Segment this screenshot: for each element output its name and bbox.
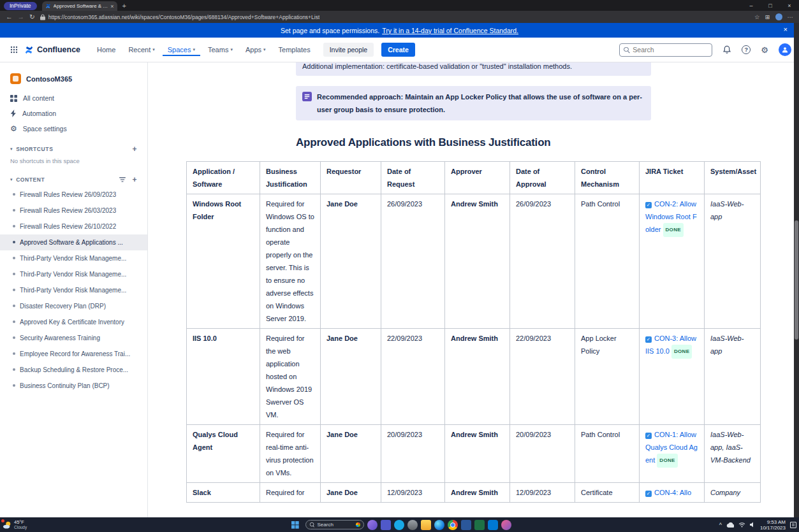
address-bar[interactable]: https://contosom365.atlassian.net/wiki/s…: [40, 14, 749, 20]
store-icon[interactable]: [488, 520, 498, 530]
jira-ticket-link[interactable]: ✓CON-4: Allo: [645, 489, 691, 496]
browser-menu-icon[interactable]: ⋯: [788, 14, 794, 20]
browser-tab[interactable]: Approved Software & Applicatio... ×: [42, 1, 117, 11]
user-avatar[interactable]: [779, 43, 791, 56]
page-item-label: Approved Key & Certificate Inventory: [20, 318, 124, 326]
sidebar-page-item[interactable]: Disaster Recovery Plan (DRP): [0, 298, 147, 314]
sidebar-page-item[interactable]: Approved Key & Certificate Inventory: [0, 314, 147, 330]
taskbar-search-box[interactable]: Search: [305, 520, 364, 529]
clock-time: 9:53 AM: [767, 519, 786, 525]
volume-icon[interactable]: [750, 522, 756, 528]
nav-templates[interactable]: Templates: [274, 43, 316, 56]
tray-expand-icon[interactable]: ^: [719, 522, 722, 528]
collections-icon[interactable]: ⊞: [765, 14, 770, 20]
refresh-button[interactable]: ↻: [29, 13, 35, 20]
add-shortcut-button[interactable]: +: [132, 145, 137, 153]
chrome-icon[interactable]: [448, 520, 458, 530]
cloud-icon[interactable]: [726, 522, 734, 528]
bullet-icon: [13, 193, 15, 196]
filter-icon[interactable]: [119, 177, 126, 182]
add-page-button[interactable]: +: [132, 176, 137, 183]
chevron-down-icon: ▾: [230, 47, 233, 52]
banner-close-icon[interactable]: ×: [784, 25, 788, 33]
sidebar-page-item[interactable]: Security Awareness Training: [0, 330, 147, 346]
window-minimize-button[interactable]: –: [742, 3, 761, 9]
tab-close-icon[interactable]: ×: [110, 3, 114, 10]
sidebar-page-item[interactable]: Third-Party Vendor Risk Manageme...: [0, 266, 147, 282]
page-item-label: Disaster Recovery Plan (DRP): [20, 302, 106, 310]
page-scrollbar[interactable]: [794, 23, 799, 517]
action-center-icon[interactable]: [790, 522, 796, 528]
word-icon[interactable]: [461, 520, 471, 530]
search-input[interactable]: [633, 46, 708, 54]
copilot-icon[interactable]: [367, 520, 378, 530]
sidebar-page-item[interactable]: Business Continuity Plan (BCP): [0, 378, 147, 394]
help-icon[interactable]: ?: [742, 45, 751, 54]
forward-button[interactable]: →: [18, 13, 25, 20]
taskbar-clock[interactable]: 9:53 AM 10/17/2023: [760, 519, 786, 531]
settings-gear-icon[interactable]: ⚙: [761, 46, 768, 54]
start-button[interactable]: [288, 521, 302, 529]
teams-icon[interactable]: [381, 520, 391, 530]
sidebar-page-item[interactable]: Backup Scheduling & Restore Proce...: [0, 362, 147, 378]
app-switcher-icon[interactable]: [10, 46, 18, 54]
info-panel-partial: Additional implementation: certificate-b…: [296, 62, 651, 76]
create-button[interactable]: Create: [381, 43, 415, 57]
sidebar-item-space-settings[interactable]: ⚙ Space settings: [0, 121, 147, 136]
nav-teams[interactable]: Teams▾: [203, 43, 238, 56]
page-item-label: Firewall Rules Review 26/10/2022: [20, 222, 116, 231]
sidebar-page-item[interactable]: Employee Record for Awareness Trai...: [0, 346, 147, 362]
sidebar-page-item[interactable]: Firewall Rules Review 26/09/2023: [0, 187, 147, 203]
weather-widget[interactable]: 45°F Cloudy: [3, 520, 27, 530]
weather-icon: [3, 521, 11, 529]
invite-people-button[interactable]: Invite people: [323, 43, 374, 57]
window-maximize-button[interactable]: □: [761, 3, 780, 9]
content-title: CONTENT: [16, 176, 45, 183]
shortcuts-section-header[interactable]: ▾ SHORTCUTS +: [0, 136, 147, 156]
bullet-icon: [13, 289, 15, 291]
sidebar-page-item[interactable]: Approved Software & Applications ...: [0, 234, 147, 250]
jira-ticket-link[interactable]: ✓CON-3: Allow IIS 10.0 DONE: [645, 334, 696, 355]
notifications-bell-icon[interactable]: [722, 45, 731, 54]
search-box[interactable]: [619, 43, 712, 57]
sidebar-page-item[interactable]: Third-Party Vendor Risk Manageme...: [0, 282, 147, 298]
new-tab-button[interactable]: +: [122, 2, 126, 10]
sidebar-page-item[interactable]: Firewall Rules Review 26/10/2022: [0, 219, 147, 234]
browser-titlebar: InPrivate Approved Software & Applicatio…: [0, 0, 799, 11]
favorites-star-icon[interactable]: ☆: [754, 14, 760, 20]
jira-link-text: CON-4: Allo: [654, 489, 691, 496]
confluence-logo[interactable]: Confluence: [24, 45, 80, 55]
browser-profile-icon[interactable]: [775, 13, 782, 20]
content-section-header[interactable]: ▾ CONTENT +: [0, 167, 147, 187]
settings-icon[interactable]: [407, 520, 418, 530]
nav-apps[interactable]: Apps▾: [240, 43, 271, 56]
window-close-button[interactable]: ×: [780, 3, 799, 9]
sidebar-item-all-content[interactable]: All content: [0, 90, 147, 106]
clock-date: 10/17/2023: [760, 525, 786, 531]
chat-icon[interactable]: [394, 520, 404, 530]
excel-icon[interactable]: [474, 520, 485, 530]
lock-icon: [40, 14, 45, 20]
nav-recent[interactable]: Recent▾: [123, 43, 159, 56]
jira-ticket-link[interactable]: ✓CON-2: Allow Windows Root Folder DONE: [645, 200, 697, 233]
table-row: Qualys Cloud Agent Required for real-tim…: [187, 425, 761, 483]
cell-justification: Required for Windows OS to function and …: [260, 194, 321, 329]
nav-spaces[interactable]: Spaces▾: [163, 43, 200, 56]
sidebar-item-automation[interactable]: Automation: [0, 106, 147, 121]
sidebar-page-item[interactable]: Third-Party Vendor Risk Manageme...: [0, 250, 147, 266]
paint-icon[interactable]: [501, 520, 511, 530]
wifi-icon[interactable]: [738, 522, 745, 528]
scrollbar-thumb[interactable]: [795, 220, 798, 339]
space-header[interactable]: ContosoM365: [0, 71, 147, 90]
cell-date-of-approval: 26/09/2023: [510, 194, 575, 329]
sidebar-page-item[interactable]: Firewall Rules Review 26/03/2023: [0, 203, 147, 219]
jira-task-icon: ✓: [645, 202, 652, 208]
bullet-icon: [13, 273, 15, 275]
edge-icon[interactable]: [434, 520, 444, 530]
trial-link[interactable]: Try it in a 14-day trial of Confluence S…: [382, 27, 518, 34]
file-explorer-icon[interactable]: [421, 520, 431, 530]
jira-ticket-link[interactable]: ✓CON-1: Allow Qualys Cloud Agent DONE: [645, 431, 698, 464]
banner-text: Set page and space permissions.: [281, 27, 379, 34]
back-button[interactable]: ←: [6, 13, 13, 20]
nav-home[interactable]: Home: [92, 43, 121, 56]
